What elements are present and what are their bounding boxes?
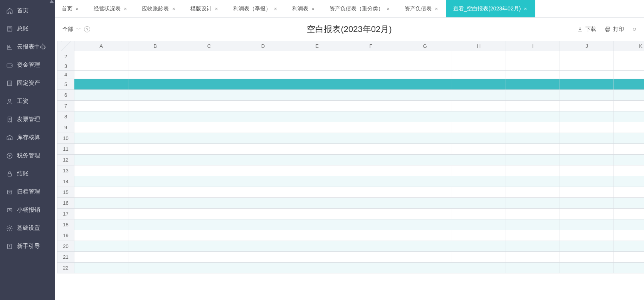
cell[interactable]	[506, 198, 560, 209]
sidebar-item-settings[interactable]: 基础设置	[0, 219, 55, 237]
sidebar-item-cloud-reports[interactable]: 云报表中心	[0, 38, 55, 56]
cell[interactable]	[128, 90, 182, 101]
cell[interactable]	[344, 122, 398, 133]
sidebar-scroll-up-indicator[interactable]	[49, 0, 54, 3]
cell[interactable]	[560, 219, 614, 230]
col-header[interactable]: A	[74, 41, 128, 51]
cell[interactable]	[290, 263, 344, 273]
cell[interactable]	[344, 241, 398, 252]
cell[interactable]	[506, 144, 560, 155]
cell[interactable]	[452, 165, 506, 176]
cell[interactable]	[614, 133, 644, 144]
cell[interactable]	[182, 122, 236, 133]
cell[interactable]	[236, 252, 290, 263]
cell[interactable]	[182, 252, 236, 263]
cell[interactable]	[506, 71, 560, 79]
row-header[interactable]: 9	[57, 122, 74, 133]
row-header[interactable]: 21	[57, 252, 74, 263]
filter-dropdown[interactable]: 全部 ﹀ ?	[62, 26, 90, 33]
cell[interactable]	[236, 62, 290, 71]
cell[interactable]	[506, 187, 560, 198]
cell[interactable]	[236, 71, 290, 79]
cell[interactable]	[290, 62, 344, 71]
cell[interactable]	[560, 51, 614, 62]
cell[interactable]	[614, 187, 644, 198]
cell[interactable]	[182, 176, 236, 187]
cell[interactable]	[560, 230, 614, 241]
cell[interactable]	[506, 241, 560, 252]
cell[interactable]	[236, 111, 290, 122]
tab-balance-reclass[interactable]: 资产负债表（重分类） ×	[323, 0, 398, 17]
cell[interactable]	[290, 165, 344, 176]
cell[interactable]	[452, 51, 506, 62]
cell[interactable]	[290, 155, 344, 165]
tab-close-icon[interactable]: ×	[311, 6, 315, 12]
cell[interactable]	[452, 133, 506, 144]
cell[interactable]	[128, 187, 182, 198]
row-header[interactable]: 17	[57, 209, 74, 219]
cell[interactable]	[452, 62, 506, 71]
cell[interactable]	[506, 176, 560, 187]
cell[interactable]	[236, 144, 290, 155]
cell[interactable]	[236, 263, 290, 273]
cell[interactable]	[182, 111, 236, 122]
cell[interactable]	[290, 51, 344, 62]
cell[interactable]	[560, 176, 614, 187]
cell[interactable]	[182, 155, 236, 165]
cell[interactable]	[290, 219, 344, 230]
row-header[interactable]: 19	[57, 230, 74, 241]
cell[interactable]	[74, 133, 128, 144]
cell[interactable]	[560, 241, 614, 252]
cell[interactable]	[614, 111, 644, 122]
cell[interactable]	[560, 263, 614, 273]
cell[interactable]	[614, 198, 644, 209]
cell[interactable]	[290, 133, 344, 144]
cell[interactable]	[506, 79, 560, 90]
row-header[interactable]: 3	[57, 62, 74, 71]
row-header[interactable]: 14	[57, 176, 74, 187]
cell[interactable]	[236, 101, 290, 111]
cell[interactable]	[344, 101, 398, 111]
cell[interactable]	[344, 252, 398, 263]
col-header[interactable]: F	[344, 41, 398, 51]
tab-business-status[interactable]: 经营状况表 ×	[87, 0, 135, 17]
cell[interactable]	[398, 263, 452, 273]
spreadsheet[interactable]: A B C D E F G H I J K 234567891011121314…	[55, 41, 644, 300]
cell[interactable]	[182, 230, 236, 241]
cell[interactable]	[290, 111, 344, 122]
cell[interactable]	[614, 241, 644, 252]
cell[interactable]	[128, 133, 182, 144]
cell[interactable]	[452, 111, 506, 122]
print-button[interactable]: 打印	[605, 26, 624, 33]
cell[interactable]	[290, 101, 344, 111]
cell[interactable]	[560, 144, 614, 155]
cell[interactable]	[506, 165, 560, 176]
cell[interactable]	[236, 165, 290, 176]
cell[interactable]	[236, 155, 290, 165]
cell[interactable]	[398, 252, 452, 263]
cell[interactable]	[344, 165, 398, 176]
cell[interactable]	[398, 198, 452, 209]
tab-close-icon[interactable]: ×	[123, 6, 128, 12]
cell[interactable]	[560, 187, 614, 198]
tab-profit[interactable]: 利润表 ×	[285, 0, 323, 17]
cell[interactable]	[128, 79, 182, 90]
tab-close-icon[interactable]: ×	[273, 6, 278, 12]
row-header[interactable]: 13	[57, 165, 74, 176]
cell[interactable]	[398, 155, 452, 165]
cell[interactable]	[614, 90, 644, 101]
cell[interactable]	[506, 101, 560, 111]
cell[interactable]	[614, 176, 644, 187]
cell[interactable]	[290, 90, 344, 101]
cell[interactable]	[344, 51, 398, 62]
cell[interactable]	[398, 71, 452, 79]
cell[interactable]	[128, 165, 182, 176]
cell[interactable]	[236, 51, 290, 62]
row-header[interactable]: 10	[57, 133, 74, 144]
cell[interactable]	[74, 209, 128, 219]
select-all-corner[interactable]	[57, 41, 74, 51]
cell[interactable]	[560, 122, 614, 133]
cell[interactable]	[506, 90, 560, 101]
cell[interactable]	[398, 165, 452, 176]
cell[interactable]	[452, 230, 506, 241]
